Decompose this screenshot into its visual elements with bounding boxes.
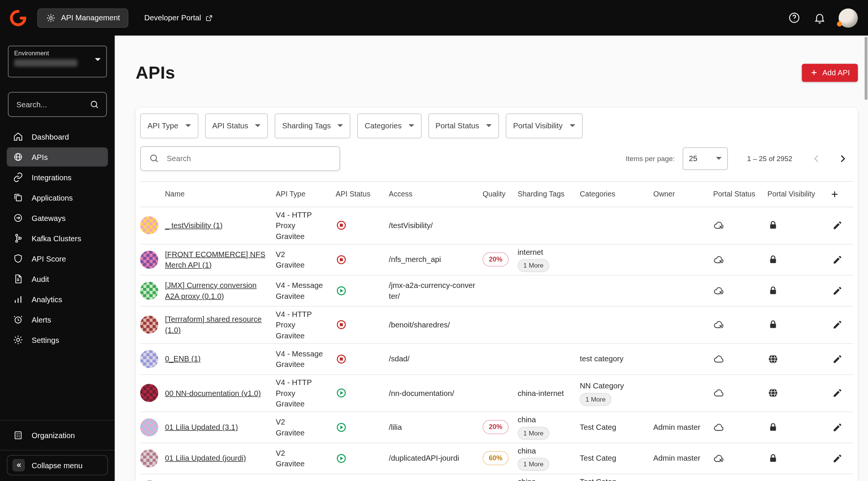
edit-api-button[interactable] — [831, 318, 844, 332]
api-name-link[interactable]: 0_ENB (1) — [165, 355, 201, 363]
organization-icon — [12, 430, 24, 441]
applications-icon — [12, 192, 24, 203]
user-avatar[interactable] — [839, 8, 858, 27]
sidebar-item-api-score[interactable]: API Score — [7, 249, 108, 268]
owner-cell: Admin master — [653, 422, 713, 433]
table-body: _ testVisibility (1)V4 - HTTP ProxyGravi… — [140, 207, 853, 481]
portal-status-cell — [713, 353, 767, 364]
sidebar-item-analytics[interactable]: Analytics — [7, 290, 108, 309]
collapse-icon — [12, 459, 25, 472]
home-icon — [12, 131, 24, 142]
api-status-stopped-icon — [336, 220, 347, 231]
previous-page-button[interactable] — [809, 151, 824, 166]
sidebar-item-apis[interactable]: APIs — [7, 148, 108, 167]
quality-badge: 20% — [483, 253, 509, 267]
sidebar-item-applications[interactable]: Applications — [7, 188, 108, 207]
bell-icon — [813, 11, 827, 24]
portal-status-cell — [713, 319, 767, 330]
api-status-stopped-icon — [336, 353, 347, 364]
edit-api-button[interactable] — [831, 451, 844, 465]
edit-api-button[interactable] — [831, 284, 844, 297]
column-header-owner: Owner — [653, 189, 713, 198]
sidebar-item-label: Audit — [32, 275, 49, 283]
add-column-button[interactable]: + — [829, 188, 840, 200]
portal-unpublished-cloud-x-icon — [713, 285, 724, 296]
api-avatar — [140, 384, 158, 402]
api-name-link[interactable]: 00 NN-documentation (v1.0) — [165, 389, 261, 397]
gear-icon — [12, 334, 24, 346]
edit-icon — [833, 453, 843, 463]
more-tags-chip: 1 More — [518, 427, 549, 440]
sidebar-search-input[interactable] — [15, 100, 85, 110]
sidebar-item-settings[interactable]: Settings — [7, 330, 108, 350]
sidebar-item-alerts[interactable]: Alerts — [7, 310, 108, 329]
sidebar-item-label: Kafka Clusters — [32, 234, 81, 243]
api-name-link[interactable]: 01 Lilia Updated (3.1) — [165, 423, 238, 432]
api-name-link[interactable]: [JMX] Currency conversion A2A proxy (0.1… — [165, 281, 257, 300]
api-name-link[interactable]: 01 Lilia Updated (jourdi) — [165, 454, 246, 463]
edit-api-button[interactable] — [831, 352, 844, 365]
table-search-input[interactable] — [166, 154, 332, 163]
portal-status-cell — [713, 452, 767, 464]
categories-cell: test category — [580, 353, 653, 364]
edit-api-button[interactable] — [831, 219, 844, 232]
sidebar: Environment Dashboard APIs I — [0, 36, 115, 481]
notifications-button[interactable] — [813, 11, 827, 24]
help-button[interactable] — [788, 11, 801, 24]
organization-label: Organization — [32, 431, 75, 440]
chevron-down-icon — [716, 157, 722, 160]
table-header: Name API Type API Status Access Quality … — [140, 181, 853, 207]
api-status-cell — [336, 319, 389, 330]
developer-portal-link[interactable]: Developer Portal — [144, 14, 213, 22]
api-status-stopped-icon — [336, 319, 347, 330]
portal-visibility-cell — [767, 254, 822, 265]
add-api-button[interactable]: Add API — [802, 64, 858, 82]
lock-icon — [767, 319, 779, 330]
sidebar-item-dashboard[interactable]: Dashboard — [7, 127, 108, 146]
edit-api-button[interactable] — [831, 253, 844, 266]
api-status-started-icon — [336, 422, 347, 433]
chevron-right-icon — [836, 152, 849, 164]
filter-portal-status[interactable]: Portal Status — [428, 113, 499, 138]
filter-portal-visibility[interactable]: Portal Visibility — [506, 113, 582, 138]
sidebar-item-kafka-clusters[interactable]: Kafka Clusters — [7, 229, 108, 248]
portal-visibility-cell — [767, 387, 822, 399]
next-page-button[interactable] — [835, 151, 850, 166]
access-cell: /lilia — [389, 422, 483, 433]
environment-select[interactable]: Environment — [8, 46, 107, 78]
access-cell: /duplicatedAPI-jourdi — [389, 453, 483, 464]
sidebar-search — [8, 92, 107, 117]
api-name-link[interactable]: [FRONT ECOMMERCE] NFS Merch API (1) — [165, 250, 265, 269]
page-title: APIs — [136, 62, 175, 83]
categories-cell: Test Categ1 More — [580, 476, 653, 481]
api-name-link[interactable]: [Terrraform] shared resource (1.0) — [165, 315, 262, 334]
api-avatar — [140, 250, 158, 268]
portal-unpublished-cloud-x-icon — [713, 452, 724, 464]
api-name-link[interactable]: _ testVisibility (1) — [165, 221, 223, 230]
table-row: 01 Lilia Updated (jourdi)V2Gravitee/dupl… — [140, 443, 853, 474]
api-management-button[interactable]: API Management — [37, 8, 128, 27]
sidebar-nav: Dashboard APIs Integrations Applications… — [0, 127, 115, 350]
edit-api-button[interactable] — [831, 386, 844, 400]
items-per-page-select[interactable]: 25 — [683, 147, 728, 170]
filter-api-status[interactable]: API Status — [205, 113, 268, 138]
edit-api-button[interactable] — [831, 420, 844, 434]
help-icon — [788, 11, 801, 24]
column-header-api-type: API Type — [276, 189, 336, 198]
filter-categories[interactable]: Categories — [358, 113, 422, 138]
sidebar-item-gateways[interactable]: Gateways — [7, 209, 108, 228]
column-header-access: Access — [389, 189, 483, 198]
collapse-menu-button[interactable]: Collapse menu — [7, 455, 108, 475]
developer-portal-label: Developer Portal — [144, 14, 201, 22]
filter-sharding-tags[interactable]: Sharding Tags — [275, 113, 351, 138]
table-row: 0_ENB (1)V4 - MessageGravitee/sdad/test … — [140, 344, 853, 375]
filter-api-type[interactable]: API Type — [140, 113, 198, 138]
api-status-cell — [336, 387, 389, 399]
scrollbar[interactable] — [865, 37, 868, 100]
quality-badge: 20% — [483, 420, 509, 434]
sidebar-item-integrations[interactable]: Integrations — [7, 168, 108, 187]
sidebar-item-organization[interactable]: Organization — [7, 425, 108, 446]
table-row: [Terrraform] shared resource (1.0)V4 - H… — [140, 306, 853, 344]
sidebar-item-audit[interactable]: Audit — [7, 269, 108, 289]
sharding-tags-cell: china-internet — [518, 388, 580, 399]
